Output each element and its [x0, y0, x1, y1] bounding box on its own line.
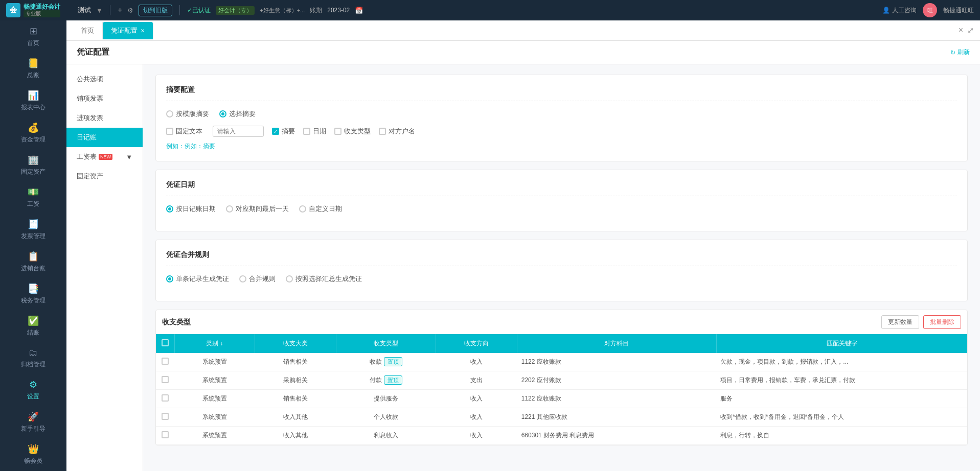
row3-subject: 1122 应收账款 — [517, 390, 716, 408]
sidebar-label-invoice: 发票管理 — [21, 232, 45, 241]
sidebar-item-salary[interactable]: 💵 工资 — [0, 181, 66, 214]
left-nav-purchase-invoice[interactable]: 进项发票 — [66, 108, 143, 128]
summary-radio-template[interactable]: 按模版摘要 — [166, 109, 209, 119]
sidebar-label-settings: 设置 — [27, 392, 39, 401]
checkbox-fixed-text[interactable]: 固定文本 — [166, 127, 202, 136]
row2-big-type: 采购相关 — [255, 371, 336, 390]
sidebar-item-archive[interactable]: 🗂 归档管理 — [0, 342, 66, 374]
row1-checkbox[interactable] — [156, 353, 174, 371]
fixed-text-input[interactable] — [213, 126, 264, 137]
sidebar-item-reports[interactable]: 📊 报表中心 — [0, 85, 66, 117]
delete-btn[interactable]: 批量删除 — [923, 315, 961, 329]
tax-icon: 📑 — [28, 283, 39, 294]
merge-radio-merge[interactable]: 合并规则 — [239, 274, 276, 284]
software-tag2: +好生意（标）+... — [260, 7, 305, 14]
th-sub-type: 收支类型 — [336, 334, 436, 353]
left-nav-payroll[interactable]: 工资表 NEW ▼ — [66, 147, 143, 167]
sidebar-item-guide[interactable]: 🚀 新手引导 — [0, 406, 66, 438]
old-version-btn[interactable]: 切到旧版 — [139, 5, 172, 16]
fixed-text-checkbox — [166, 128, 173, 135]
top-tag2[interactable]: 置顶 — [384, 375, 402, 385]
merge-radio-total[interactable]: 按照选择汇总生成凭证 — [286, 274, 362, 284]
merge-radio-group: 单条记录生成凭证 合并规则 按照选择汇总生成凭证 — [166, 274, 957, 284]
sidebar-label-ledger: 总账 — [27, 71, 39, 80]
checkbox-summary[interactable]: ✓ 摘要 — [272, 127, 295, 136]
sidebar-label-assets: 固定资产 — [21, 168, 45, 176]
summary-radio-choose[interactable]: 选择摘要 — [219, 109, 256, 119]
sidebar-item-member[interactable]: 👑 畅会员 — [0, 438, 66, 470]
purchase-icon: 📋 — [28, 251, 39, 262]
consult-btn[interactable]: 👤 人工咨询 — [882, 6, 917, 15]
row1-direction: 收入 — [436, 353, 517, 371]
voucher-date-title: 凭证日期 — [166, 180, 957, 196]
two-panel: 公共选项 销项发票 进项发票 日记账 工资表 NEW ▼ 固定资产 — [66, 64, 980, 471]
sidebar-item-funds[interactable]: 💰 资金管理 — [0, 117, 66, 149]
merge-rules-title: 凭证合并规则 — [166, 250, 957, 266]
row5-category: 系统预置 — [174, 427, 255, 445]
merge-radio-single[interactable]: 单条记录生成凭证 — [166, 274, 229, 284]
row5-checkbox[interactable] — [156, 427, 174, 445]
date-radio-journal[interactable]: 按日记账日期 — [166, 204, 216, 214]
row2-direction: 支出 — [436, 371, 517, 390]
refresh-icon: ↻ — [950, 49, 955, 56]
summary-checkbox-row: 固定文本 ✓ 摘要 日期 收支类型 — [166, 126, 957, 137]
person-icon: 👤 — [882, 7, 890, 14]
summary-config-title: 摘要配置 — [166, 85, 957, 101]
sidebar-item-ledger[interactable]: 📒 总账 — [0, 53, 66, 85]
ledger-icon: 📒 — [28, 58, 39, 69]
sidebar-item-invoice[interactable]: 🧾 发票管理 — [0, 214, 66, 246]
date-radio-custom[interactable]: 自定义日期 — [299, 204, 342, 214]
row5-direction: 收入 — [436, 427, 517, 445]
dropdown-icon[interactable]: ▼ — [96, 7, 103, 14]
sidebar-item-assets[interactable]: 🏢 固定资产 — [0, 149, 66, 181]
example-text: 例如：例如：摘要 — [166, 142, 957, 151]
left-nav-sales-invoice[interactable]: 销项发票 — [66, 89, 143, 108]
sidebar-label-home: 首页 — [27, 39, 39, 48]
checkbox-counterparty[interactable]: 对方户名 — [379, 127, 415, 136]
tab-home[interactable]: 首页 — [73, 22, 103, 39]
checkbox-type[interactable]: 收支类型 — [334, 127, 371, 136]
refresh-btn[interactable]: ↻ 刷新 — [950, 48, 970, 57]
sidebar-item-purchase[interactable]: 📋 进销台账 — [0, 246, 66, 278]
settings-icon[interactable]: ⚙ — [127, 7, 133, 14]
radio-single-circle — [166, 275, 173, 282]
row3-big-type: 销售相关 — [255, 390, 336, 408]
page-header: 凭证配置 ↻ 刷新 — [66, 41, 980, 64]
add-icon[interactable]: + — [118, 6, 122, 15]
tab-close-icon[interactable]: × — [141, 27, 145, 35]
date-radio-last[interactable]: 对应期间最后一天 — [226, 204, 289, 214]
income-expense-table: 类别 ↓ 收支大类 收支类型 收支方向 对方科目 匹配关键字 — [156, 334, 967, 445]
certified-tag: ✓已认证 — [187, 6, 211, 15]
income-expense-section: 收支类型 更新数量 批量删除 类别 ↓ — [155, 310, 968, 445]
sidebar-item-settings[interactable]: ⚙ 设置 — [0, 374, 66, 406]
left-nav-journal[interactable]: 日记账 — [66, 128, 143, 147]
top-tag1[interactable]: 置顶 — [384, 357, 402, 366]
checkbox-date[interactable]: 日期 — [303, 127, 326, 136]
tab-maximize[interactable]: ⤢ — [967, 26, 974, 35]
radio-last-circle — [226, 205, 233, 213]
summary-config-section: 摘要配置 按模版摘要 选择摘要 — [155, 75, 968, 161]
radio-choose-circle — [219, 110, 226, 117]
topbar: 会 畅捷通好会计 专业版 测试 ▼ + ⚙ 切到旧版 ✓已认证 好会计（专） +… — [0, 0, 980, 20]
row4-checkbox[interactable] — [156, 408, 174, 427]
select-all-checkbox[interactable] — [162, 339, 169, 346]
settings-sidebar-icon: ⚙ — [29, 379, 37, 390]
tab-close-window[interactable]: × — [959, 26, 963, 35]
edition-text: 专业版 — [24, 10, 60, 17]
row5-subject: 660301 财务费用 利息费用 — [517, 427, 716, 445]
sidebar-item-home[interactable]: ⊞ 首页 — [0, 20, 66, 53]
tab-voucher-config[interactable]: 凭证配置 × — [103, 22, 153, 39]
row2-checkbox[interactable] — [156, 371, 174, 390]
period-label: 账期 — [310, 6, 322, 15]
row1-sub-type: 收款 置顶 — [336, 353, 436, 371]
radio-merge-circle — [239, 275, 246, 282]
left-nav-public[interactable]: 公共选项 — [66, 69, 143, 89]
left-nav-fixed-assets[interactable]: 固定资产 — [66, 167, 143, 186]
update-btn[interactable]: 更新数量 — [881, 315, 919, 329]
th-checkbox[interactable] — [156, 334, 174, 353]
calendar-icon[interactable]: 📅 — [355, 7, 363, 14]
sidebar-item-tax[interactable]: 📑 税务管理 — [0, 278, 66, 310]
sidebar-item-closing[interactable]: ✅ 结账 — [0, 310, 66, 342]
row3-checkbox[interactable] — [156, 390, 174, 408]
row1-category: 系统预置 — [174, 353, 255, 371]
